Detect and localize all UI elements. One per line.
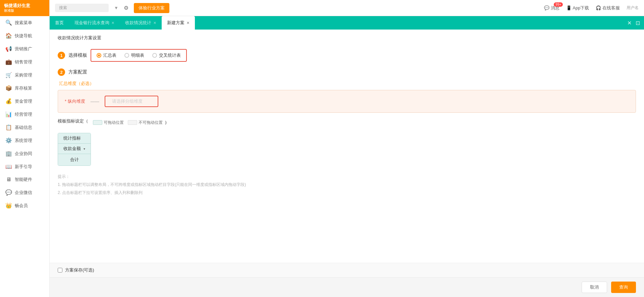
content-inner: 收款情况统计方案设置 1 选择模板 汇总表 明细表 [50, 30, 644, 263]
service-icon: 🎧 [596, 5, 601, 10]
sidebar-item-purchase[interactable]: 🛒 采购管理 [0, 68, 49, 82]
edition-label: 标准版 [4, 8, 30, 13]
topbar-right: 💬 消息 99+ 📱 App下载 🎧 在线客服 用户名 [544, 5, 639, 11]
vertical-dim-label: 纵向维度 [65, 98, 85, 104]
tab-receipt-close[interactable]: ✕ [153, 21, 156, 25]
page-title: 收款情况统计方案设置 [58, 35, 636, 44]
sidebar-item-member[interactable]: 👑 畅会员 [0, 199, 49, 212]
sales-icon: 💼 [5, 59, 12, 65]
radio-detail-label: 明细表 [131, 52, 144, 58]
query-button[interactable]: 查询 [611, 282, 636, 293]
user-text: 用户名 [627, 5, 639, 11]
tab-cash-flow[interactable]: 现金银行流水查询 ✕ [69, 16, 120, 30]
indicator-close-paren: ） [165, 119, 169, 126]
system-icon: ⚙️ [5, 137, 12, 144]
sidebar-item-label: 快捷导航 [15, 33, 32, 39]
radio-cross-circle [152, 53, 157, 58]
amount-label: 收款金额 [63, 146, 81, 152]
tip-2: 2. 点击标题栏下拉可设置排序、插入列和删除列 [58, 190, 143, 195]
tab-new-plan[interactable]: 新建方案 ✕ [162, 16, 195, 30]
step2-section: 2 方案配置 汇总维度（必选） 纵向维度 —— 请选择分组维度 [58, 68, 636, 197]
sidebar-item-label: 搜索菜单 [15, 20, 32, 26]
tips-section: 提示： 1. 拖动标题栏可以调整布局，不可跨维度或指标区域拖动栏目字段(只能在同… [58, 172, 636, 197]
sidebar-item-label: 库存核算 [15, 85, 32, 91]
sidebar-item-operations[interactable]: 📊 经营管理 [0, 108, 49, 121]
dimension-table: 纵向维度 —— 请选择分组维度 [58, 90, 636, 113]
download-label: App下载 [573, 5, 589, 10]
save-checkbox[interactable] [58, 268, 62, 273]
tip-1: 1. 拖动标题栏可以调整布局，不可跨维度或指标区域拖动栏目字段(只能在同一维度或… [58, 182, 246, 187]
tab-cash-flow-close[interactable]: ✕ [111, 21, 114, 25]
enterprise-icon: 🏢 [5, 150, 12, 157]
logo-text: 畅捷通好生意 [4, 3, 30, 8]
amount-header[interactable]: 收款金额 ▾ [58, 144, 91, 154]
sidebar-item-finance[interactable]: 💰 资金管理 [0, 95, 49, 108]
topbar-gear-icon[interactable]: ⚙ [124, 5, 128, 11]
tab-new-plan-close[interactable]: ✕ [186, 21, 190, 25]
sidebar-item-label: 企业微信 [15, 190, 32, 196]
tab-receipt[interactable]: 收款情况统计 ✕ [120, 16, 162, 30]
step1-header: 1 选择模板 汇总表 明细表 交叉统计表 [58, 49, 636, 62]
non-draggable-legend-label: 不可拖动位置 [139, 120, 163, 126]
topbar-dropdown-arrow[interactable]: ▼ [114, 5, 118, 10]
indicator-settings-label: 模板指标设定（ [58, 118, 88, 124]
content-area: 收款情况统计方案设置 1 选择模板 汇总表 明细表 [50, 30, 644, 297]
cancel-button[interactable]: 取消 [582, 282, 607, 293]
home-icon: 🏠 [5, 33, 12, 39]
inventory-icon: 📦 [5, 85, 12, 91]
sidebar-item-wechat[interactable]: 💬 企业微信 [0, 186, 49, 199]
sidebar-item-sales[interactable]: 💼 销售管理 [0, 55, 49, 68]
radio-cross-label: 交叉统计表 [159, 52, 181, 58]
template-radio-group: 汇总表 明细表 交叉统计表 [91, 49, 187, 62]
sidebar-item-label: 采购管理 [15, 72, 32, 78]
tab-new-plan-label: 新建方案 [167, 20, 184, 26]
tabs-window-controls: ✕ ⊡ [623, 20, 644, 26]
sidebar-item-search[interactable]: 🔍 搜索菜单 [0, 16, 49, 29]
sidebar: 畅捷通好生意 标准版 🔍 搜索菜单 🏠 快捷导航 📢 营销推广 💼 销售管理 🛒… [0, 0, 50, 297]
indicator-section: 模板指标设定（ 可拖动位置 不可拖动位置 [58, 118, 636, 166]
sidebar-item-marketing[interactable]: 📢 营销推广 [0, 42, 49, 55]
search-menu-icon: 🔍 [5, 19, 12, 26]
sidebar-item-enterprise[interactable]: 🏢 企业协同 [0, 147, 49, 160]
amount-chevron-icon: ▾ [84, 147, 85, 151]
sidebar-item-system[interactable]: ⚙️ 系统管理 [0, 134, 49, 147]
radio-summary-circle [97, 53, 101, 58]
sidebar-item-label: 智能硬件 [15, 177, 32, 183]
sidebar-item-label: 营销推广 [15, 46, 32, 52]
step2-num: 2 [58, 68, 65, 76]
radio-detail-circle [124, 53, 129, 58]
dimension-select[interactable]: 请选择分组维度 [105, 96, 158, 107]
tab-home-label: 首页 [55, 20, 64, 26]
non-draggable-legend: 不可拖动位置 [128, 120, 163, 126]
download-icon: 📱 [566, 5, 572, 10]
sidebar-item-label: 新手引导 [15, 164, 32, 170]
trial-btn[interactable]: 体验行业方案 [134, 3, 169, 13]
sidebar-item-quicknav[interactable]: 🏠 快捷导航 [0, 29, 49, 42]
sidebar-item-hardware[interactable]: 🖥 智能硬件 [0, 173, 49, 186]
sidebar-item-inventory[interactable]: 📦 库存核算 [0, 82, 49, 95]
radio-summary[interactable]: 汇总表 [97, 52, 116, 58]
dimension-row-vertical: 纵向维度 —— 请选择分组维度 [65, 96, 629, 107]
sidebar-item-label: 销售管理 [15, 59, 32, 65]
indicator-header: 统计指标 [58, 133, 91, 144]
sidebar-item-label: 企业协同 [15, 151, 32, 157]
topbar-search[interactable]: 搜索 [55, 4, 109, 12]
window-maximize-icon[interactable]: ⊡ [636, 20, 640, 26]
hardware-icon: 🖥 [5, 177, 12, 183]
sidebar-item-guide[interactable]: 📖 新手引导 [0, 160, 49, 173]
tab-cash-flow-label: 现金银行流水查询 [74, 20, 109, 26]
download-btn[interactable]: 📱 App下载 [566, 5, 589, 11]
window-close-icon[interactable]: ✕ [627, 20, 632, 26]
tab-home[interactable]: 首页 [50, 16, 69, 30]
total-label: 合计 [70, 157, 79, 162]
sidebar-item-basic-info[interactable]: 📋 基础信息 [0, 121, 49, 134]
radio-detail[interactable]: 明细表 [124, 52, 144, 58]
service-btn[interactable]: 🎧 在线客服 [596, 5, 620, 11]
indicator-table: 统计指标 收款金额 ▾ 合计 [58, 133, 91, 166]
sidebar-item-label: 经营管理 [15, 111, 32, 117]
notification-btn[interactable]: 💬 消息 99+ [544, 5, 559, 11]
dimension-arrow: —— [91, 99, 99, 104]
radio-cross[interactable]: 交叉统计表 [152, 52, 181, 58]
dimension-required-label: 汇总维度（必选） [58, 81, 636, 87]
stat-label: 统计指标 [63, 135, 81, 141]
